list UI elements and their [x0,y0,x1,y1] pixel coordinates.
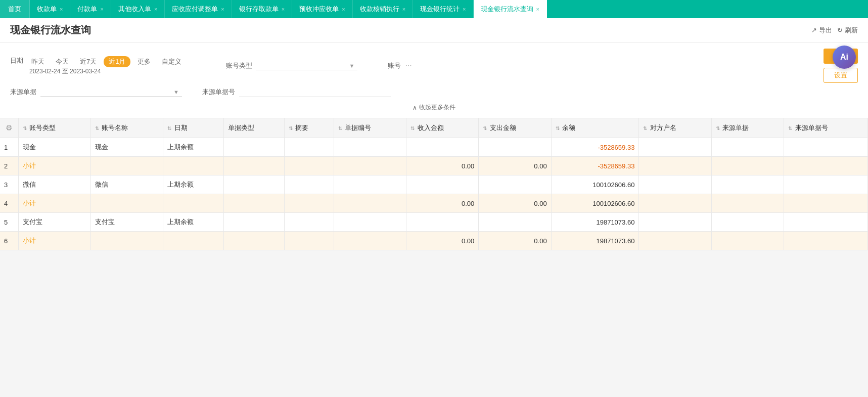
col-doc-no[interactable]: ⇅ 单据编号 [334,118,406,138]
cell-doc-type [223,138,284,157]
table-row[interactable]: 4小计0.000.00100102606.60 [0,194,868,213]
date-opt-1month[interactable]: 近1月 [104,56,130,67]
cell-counterpart [639,138,711,157]
cell-expense: 0.00 [479,232,551,250]
col-summary[interactable]: ⇅ 摘要 [284,118,334,138]
row-number: 3 [0,175,18,194]
cell-source-doc [711,138,784,157]
close-icon[interactable]: × [60,6,63,12]
col-income[interactable]: ⇅ 收入金额 [406,118,479,138]
cell-source-doc [711,213,784,232]
cell-account-type: 小计 [18,157,90,175]
cell-date [163,232,224,250]
date-opt-custom[interactable]: 自定义 [158,56,186,67]
chevron-down-icon: ▼ [349,63,355,69]
cell-account-name [90,232,163,250]
nav-tab-yingshouyingfu[interactable]: 应收应付调整单 × [165,0,232,18]
account-type-select[interactable]: ▼ [256,62,357,70]
col-balance[interactable]: ⇅ 余额 [551,118,639,138]
cell-account-type: 小计 [18,194,90,213]
close-icon[interactable]: × [342,6,345,12]
export-icon: ↗ [811,26,817,34]
cell-summary [284,232,334,250]
close-icon[interactable]: × [221,6,224,12]
gear-icon[interactable]: ⚙ [6,123,12,132]
nav-tab-shoukuanhexiao[interactable]: 收款核销执行 × [353,0,413,18]
cell-expense: 0.00 [479,194,551,213]
source-doc-label: 来源单据 [10,87,36,97]
table-row[interactable]: 3微信微信上期余额100102606.60 [0,175,868,194]
col-account-type[interactable]: ⇅ 账号类型 [18,118,90,138]
export-button[interactable]: ↗ 导出 [811,26,832,35]
nav-tab-fukuandan[interactable]: 付款单 × [70,0,111,18]
page-title: 现金银行流水查询 [10,23,91,37]
sort-icon: ⇅ [483,125,487,131]
close-icon[interactable]: × [536,6,539,12]
col-expense[interactable]: ⇅ 支出金额 [479,118,551,138]
close-icon[interactable]: × [100,6,103,12]
export-label: 导出 [819,26,832,35]
close-icon[interactable]: × [402,6,405,12]
row-number: 6 [0,232,18,250]
col-account-name[interactable]: ⇅ 账号名称 [90,118,163,138]
cell-account-type: 小计 [18,232,90,250]
collapse-bar[interactable]: ∧ 收起更多条件 [10,101,858,112]
source-doc-select[interactable]: ▼ [40,88,182,97]
table-row[interactable]: 1现金现金上期余额-3528659.33 [0,138,868,157]
table-body: 1现金现金上期余额-3528659.332小计0.000.00-3528659.… [0,138,868,250]
source-docno-input[interactable] [239,87,391,97]
cell-account-name: 微信 [90,175,163,194]
date-opt-today[interactable]: 今天 [52,56,73,67]
col-source-doc[interactable]: ⇅ 来源单据 [711,118,784,138]
refresh-icon: ↻ [837,26,843,34]
nav-tab-liushui[interactable]: 现金银行流水查询 × [474,0,547,18]
table-row[interactable]: 6小计0.000.0019871073.60 [0,232,868,250]
close-icon[interactable]: × [463,6,466,12]
cell-doc-type [223,194,284,213]
date-opt-7days[interactable]: 近7天 [76,56,101,67]
cell-source-docno [784,157,868,175]
cell-doc-type [223,175,284,194]
cell-summary [284,213,334,232]
settings-button[interactable]: 设置 [824,68,858,83]
date-opt-yesterday[interactable]: 昨天 [27,56,49,67]
nav-tab-yinhangcunqu[interactable]: 银行存取款单 × [232,0,292,18]
cell-source-doc [711,232,784,250]
cell-source-docno [784,232,868,250]
close-icon[interactable]: × [282,6,285,12]
col-label: 账号名称 [102,124,128,131]
col-source-docno[interactable]: ⇅ 来源单据号 [784,118,868,138]
nav-tab-xianjintongji[interactable]: 现金银行统计 × [413,0,473,18]
col-date[interactable]: ⇅ 日期 [163,118,224,138]
col-label: 账号类型 [29,124,56,131]
cell-doc-no [334,157,406,175]
table-header-row: ⚙ ⇅ 账号类型 ⇅ 账号名称 ⇅ 日期 单据类型 ⇅ [0,118,868,138]
close-icon[interactable]: × [154,6,157,12]
date-opt-more[interactable]: 更多 [133,56,155,67]
nav-tab-qitashouru[interactable]: 其他收入单 × [111,0,165,18]
cell-account-name: 现金 [90,138,163,157]
nav-home[interactable]: 首页 [0,0,30,18]
cell-income [406,175,479,194]
cell-summary [284,138,334,157]
col-label: 来源单据 [722,124,749,131]
col-counterpart[interactable]: ⇅ 对方户名 [639,118,711,138]
cell-source-docno [784,175,868,194]
more-options-icon[interactable]: ··· [405,61,412,70]
col-doc-type[interactable]: 单据类型 [223,118,284,138]
table-row[interactable]: 2小计0.000.00-3528659.33 [0,157,868,175]
row-number: 1 [0,138,18,157]
refresh-label: 刷新 [845,26,858,35]
nav-tab-yushouhao[interactable]: 预收冲应收单 × [292,0,352,18]
page-header: 现金银行流水查询 ↗ 导出 ↻ 刷新 [0,18,868,42]
table-row[interactable]: 5支付宝支付宝上期余额19871073.60 [0,213,868,232]
nav-tab-shoudan[interactable]: 收款单 × [30,0,70,18]
cell-date: 上期余额 [163,213,224,232]
account-type-filter: 账号类型 ▼ [226,61,357,70]
nav-tab-label: 银行存取款单 [239,5,279,14]
ai-assistant-button[interactable]: Ai [833,46,856,69]
cell-balance: 19871073.60 [551,213,639,232]
col-settings[interactable]: ⚙ [0,118,18,138]
refresh-button[interactable]: ↻ 刷新 [837,26,858,35]
cell-doc-no [334,213,406,232]
